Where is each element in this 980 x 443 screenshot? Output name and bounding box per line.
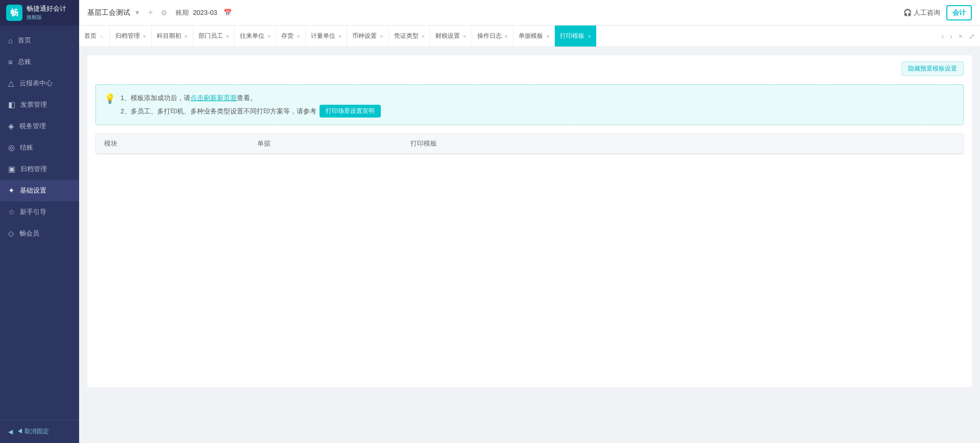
sidebar-logo: 畅 畅捷通好会计 旗舰版	[0, 0, 79, 26]
home-icon: ⌂	[8, 36, 13, 45]
hide-template-button[interactable]: 隐藏预置模板设置	[901, 61, 964, 76]
sidebar-item-settings[interactable]: ✦ 基础设置	[0, 180, 79, 201]
headset-icon: 🎧	[903, 9, 912, 16]
notice-line2: 2、多员工、多打印机、多种业务类型设置不同打印方案等，请参考 打印场景设置宣明	[120, 105, 381, 118]
tab-print-template[interactable]: 打印模板 ×	[555, 26, 596, 46]
period-label: 账期	[176, 8, 189, 17]
tab-inventory[interactable]: 存货 ×	[276, 26, 305, 46]
hide-template-section: 隐藏预置模板设置	[87, 55, 972, 76]
tab-dept-employee[interactable]: 部门员工 ×	[193, 26, 235, 46]
bulb-icon: 💡	[104, 93, 115, 104]
tab-archive-mgmt[interactable]: 归档管理 ×	[110, 26, 152, 46]
logo-sub: 旗舰版	[27, 14, 66, 21]
data-table: 模块 单据 打印模板	[95, 133, 964, 154]
tab-counterpart[interactable]: 往来单位 ×	[235, 26, 276, 46]
sidebar-item-invoice[interactable]: ◧ 发票管理	[0, 94, 79, 115]
topbar-left: 基层工会测试 ▼ ＋ ⚙ 账期 2023-03 📅	[87, 7, 232, 18]
tab-close-voucher[interactable]: ×	[422, 33, 425, 39]
col-header-module: 模块	[96, 134, 249, 153]
tab-tax-settings[interactable]: 财税设置 ×	[430, 26, 472, 46]
service-button[interactable]: 🎧 人工咨询	[903, 8, 940, 17]
tab-op-log[interactable]: 操作日志 ×	[472, 26, 513, 46]
company-name: 基层工会测试	[87, 8, 130, 17]
col-header-doc: 单据	[249, 134, 402, 153]
sidebar-item-guide[interactable]: ☆ 新手引导	[0, 201, 79, 223]
tabbar-actions: ‹ › × ⤢	[936, 26, 980, 46]
invoice-icon: ◧	[8, 100, 15, 109]
report-icon: △	[8, 79, 14, 88]
settle-icon: ◎	[8, 143, 15, 152]
tab-close-single[interactable]: ×	[546, 33, 549, 39]
tab-close-counterpart[interactable]: ×	[267, 33, 271, 39]
calendar-icon[interactable]: 📅	[224, 9, 232, 16]
tab-home-label: 首页	[84, 32, 96, 40]
tab-close-subject[interactable]: ×	[184, 33, 187, 39]
tabbar: 首页 ‹ 归档管理 × 科目期初 × 部门员工 × 往来单位 × 存货 × 计量…	[79, 26, 980, 47]
tab-close-unit[interactable]: ×	[338, 33, 341, 39]
print-scene-button[interactable]: 打印场景设置宣明	[320, 105, 381, 118]
tab-home[interactable]: 首页 ‹	[79, 26, 110, 46]
tab-close-oplog[interactable]: ×	[505, 33, 508, 39]
tab-close-dept[interactable]: ×	[226, 33, 229, 39]
topbar: 基层工会测试 ▼ ＋ ⚙ 账期 2023-03 📅 🎧 人工咨询 会计	[79, 0, 980, 26]
tab-currency[interactable]: 币种设置 ×	[347, 26, 388, 46]
sidebar-footer-unpin[interactable]: ◀ ◀ 取消固定	[0, 419, 79, 443]
sidebar-item-home[interactable]: ⌂ 首页	[0, 30, 79, 51]
sidebar-nav: ⌂ 首页 ≡ 总账 △ 云报表中心 ◧ 发票管理 ◈ 税务管理 ◎ 结账 ▣ 归…	[0, 26, 79, 419]
col-header-template: 打印模板	[402, 134, 963, 153]
sidebar-item-report[interactable]: △ 云报表中心	[0, 73, 79, 94]
tab-prev-arrow[interactable]: ‹	[99, 33, 105, 39]
tab-close-archive[interactable]: ×	[143, 33, 146, 39]
tab-unit[interactable]: 计量单位 ×	[306, 26, 347, 46]
table-header: 模块 单据 打印模板	[96, 134, 963, 154]
content-inner: 隐藏预置模板设置 💡 1、模板添加成功后，请点击刷新新页面查看。 2、多员工、多…	[87, 55, 972, 387]
account-button[interactable]: 会计	[946, 5, 972, 20]
company-dropdown-icon[interactable]: ▼	[134, 9, 140, 16]
topbar-right: 🎧 人工咨询 会计	[903, 5, 972, 20]
guide-icon: ☆	[8, 207, 15, 217]
main-area: 基层工会测试 ▼ ＋ ⚙ 账期 2023-03 📅 🎧 人工咨询 会计 首页 ‹…	[79, 0, 980, 443]
notice-content: 1、模板添加成功后，请点击刷新新页面查看。 2、多员工、多打印机、多种业务类型设…	[120, 92, 381, 118]
sidebar: 畅 畅捷通好会计 旗舰版 ⌂ 首页 ≡ 总账 △ 云报表中心 ◧ 发票管理 ◈ …	[0, 0, 79, 443]
tab-close-tax[interactable]: ×	[463, 33, 466, 39]
tab-close-print[interactable]: ×	[587, 33, 591, 39]
notice-box: 💡 1、模板添加成功后，请点击刷新新页面查看。 2、多员工、多打印机、多种业务类…	[95, 84, 964, 125]
period-value: 2023-03	[193, 9, 217, 16]
refresh-link[interactable]: 点击刷新新页面	[190, 94, 237, 102]
notice-line1: 1、模板添加成功后，请点击刷新新页面查看。	[120, 92, 381, 104]
sidebar-item-tax[interactable]: ◈ 税务管理	[0, 115, 79, 137]
logo-icon: 畅	[6, 5, 22, 21]
tab-scroll-left-button[interactable]: ‹	[939, 30, 946, 42]
archive-icon: ▣	[8, 165, 15, 174]
tab-voucher-type[interactable]: 凭证类型 ×	[389, 26, 430, 46]
unpin-icon: ◀	[8, 428, 13, 435]
tab-scroll-right-button[interactable]: ›	[948, 30, 954, 42]
tab-subject-init[interactable]: 科目期初 ×	[152, 26, 193, 46]
member-icon: ◇	[8, 229, 14, 238]
tab-close-all-button[interactable]: ×	[957, 30, 965, 42]
tab-single-template[interactable]: 单据模板 ×	[513, 26, 555, 46]
tab-close-inventory[interactable]: ×	[297, 33, 300, 39]
sidebar-item-archive[interactable]: ▣ 归档管理	[0, 158, 79, 180]
sidebar-item-settle[interactable]: ◎ 结账	[0, 137, 79, 158]
settings-icon: ✦	[8, 186, 15, 195]
sidebar-item-member[interactable]: ◇ 畅会员	[0, 223, 79, 244]
content-area: 隐藏预置模板设置 💡 1、模板添加成功后，请点击刷新新页面查看。 2、多员工、多…	[79, 47, 980, 443]
tab-fullscreen-button[interactable]: ⤢	[967, 30, 977, 42]
add-tab-button[interactable]: ＋	[144, 7, 157, 18]
logo-text: 畅捷通好会计	[27, 5, 66, 13]
tab-close-currency[interactable]: ×	[380, 33, 383, 39]
sidebar-item-ledger[interactable]: ≡ 总账	[0, 51, 79, 73]
settings-gear-icon[interactable]: ⚙	[161, 9, 167, 17]
tax-icon: ◈	[8, 122, 14, 131]
ledger-icon: ≡	[8, 58, 13, 66]
